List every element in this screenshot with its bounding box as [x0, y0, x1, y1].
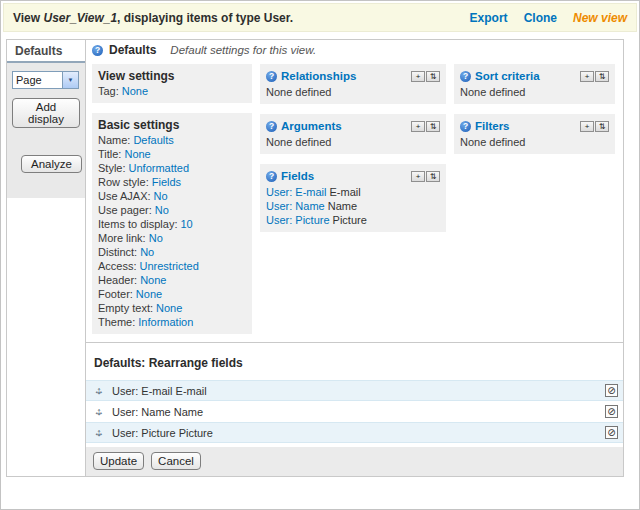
rearrange-filters-button[interactable]: ⇅	[595, 121, 609, 132]
add-argument-button[interactable]: +	[411, 121, 425, 132]
relationships-header: ? Relationships + ⇅	[266, 69, 440, 84]
page-title-prefix: View	[13, 11, 43, 25]
view-settings-box: View settings Tag:None	[92, 64, 252, 103]
setting-value-link[interactable]: Unformatted	[129, 162, 190, 174]
field-link[interactable]: User: Picture	[266, 214, 330, 226]
setting-value-link[interactable]: Information	[138, 316, 193, 328]
relationships-box: ? Relationships + ⇅ None defined	[260, 64, 446, 104]
field-suffix: E-mail	[330, 186, 361, 198]
column-middle: ? Relationships + ⇅ None defined ?	[260, 64, 446, 334]
rearrange-row: ↕↔ User: Picture Picture ⊘	[86, 422, 623, 443]
remove-field-button[interactable]: ⊘	[605, 384, 618, 397]
rearrange-relationships-button[interactable]: ⇅	[426, 71, 440, 82]
add-sort-button[interactable]: +	[580, 71, 594, 82]
setting-label: More link:	[98, 232, 146, 244]
setting-label: Header:	[98, 274, 137, 286]
help-icon[interactable]: ?	[266, 71, 277, 82]
drag-handle[interactable]: ↕↔	[86, 426, 112, 439]
field-item: User: NameName	[266, 199, 440, 213]
help-icon[interactable]: ?	[266, 171, 277, 182]
rearrange-fields-button[interactable]: ⇅	[426, 171, 440, 182]
relationships-title-link[interactable]: Relationships	[281, 69, 356, 84]
setting-row: Empty text:None	[98, 301, 246, 315]
field-link[interactable]: User: Name	[266, 200, 325, 212]
new-view-link[interactable]: New view	[573, 11, 627, 25]
display-description: Default settings for this view.	[170, 44, 316, 56]
help-icon[interactable]: ?	[460, 71, 471, 82]
rearrange-arguments-button[interactable]: ⇅	[426, 121, 440, 132]
display-type-select[interactable]: Page ▼	[12, 71, 79, 89]
drag-handle[interactable]: ↕↔	[86, 384, 112, 397]
cancel-button[interactable]: Cancel	[151, 452, 201, 470]
setting-value-link[interactable]: None	[156, 302, 182, 314]
filters-title-link[interactable]: Filters	[475, 119, 510, 134]
setting-row: Header:None	[98, 273, 246, 287]
setting-value-link[interactable]: No	[154, 190, 168, 202]
view-name: User_View_1	[43, 11, 117, 25]
tab-defaults[interactable]: Defaults	[7, 40, 85, 63]
setting-value-link[interactable]: None	[140, 274, 166, 286]
setting-row: Distinct:No	[98, 245, 246, 259]
drag-horizontal-icon: ↔	[86, 426, 112, 439]
field-suffix: Name	[328, 200, 357, 212]
field-item: User: PicturePicture	[266, 213, 440, 227]
remove-field-button[interactable]: ⊘	[605, 426, 618, 439]
setting-value-link[interactable]: 10	[180, 218, 192, 230]
fields-title-link[interactable]: Fields	[281, 169, 314, 184]
fields-header: ? Fields + ⇅	[266, 169, 440, 184]
setting-value-link[interactable]: Defaults	[133, 134, 173, 146]
setting-value-link[interactable]: None	[124, 148, 150, 160]
rearrange-actions: Update Cancel	[86, 447, 623, 476]
export-link[interactable]: Export	[470, 11, 508, 25]
rearrange-row: ↕↔ User: Name Name ⊘	[86, 401, 623, 422]
relationships-empty-text: None defined	[266, 85, 440, 99]
help-icon[interactable]: ?	[92, 45, 103, 56]
rearrange-title: Defaults: Rearrange fields	[86, 343, 623, 380]
sort-criteria-buttons: + ⇅	[580, 71, 609, 82]
rearrange-row-label: User: Name Name	[112, 406, 203, 418]
add-field-button[interactable]: +	[411, 171, 425, 182]
setting-label: Empty text:	[98, 302, 153, 314]
setting-row: Row style:Fields	[98, 175, 246, 189]
drag-horizontal-icon: ↔	[86, 405, 112, 418]
update-button[interactable]: Update	[93, 452, 144, 470]
arguments-title-link[interactable]: Arguments	[281, 119, 342, 134]
arguments-header: ? Arguments + ⇅	[266, 119, 440, 134]
setting-value-link[interactable]: Unrestricted	[140, 260, 199, 272]
sort-criteria-title-link[interactable]: Sort criteria	[475, 69, 540, 84]
arguments-box: ? Arguments + ⇅ None defined	[260, 114, 446, 154]
setting-row: Name:Defaults	[98, 133, 246, 147]
basic-settings-box: Basic settings Name:Defaults Title:None …	[92, 113, 252, 334]
help-icon[interactable]: ?	[460, 121, 471, 132]
sort-criteria-header: ? Sort criteria + ⇅	[460, 69, 609, 84]
basic-settings-title: Basic settings	[98, 118, 246, 133]
analyze-button[interactable]: Analyze	[21, 155, 82, 173]
page-title: View User_View_1, displaying items of ty…	[13, 11, 293, 25]
rearrange-sorts-button[interactable]: ⇅	[595, 71, 609, 82]
setting-value-link[interactable]: No	[155, 204, 169, 216]
rearrange-row-label: User: Picture Picture	[112, 427, 213, 439]
sidebar-controls: Page ▼ Add display Analyze	[7, 63, 85, 198]
setting-value-link[interactable]: Fields	[152, 176, 181, 188]
field-item: User: E-mailE-mail	[266, 185, 440, 199]
add-relationship-button[interactable]: +	[411, 71, 425, 82]
fields-buttons: + ⇅	[411, 171, 440, 182]
setting-value-link[interactable]: No	[149, 232, 163, 244]
setting-label: Distinct:	[98, 246, 137, 258]
column-basic: View settings Tag:None Basic settings Na…	[92, 64, 252, 334]
rearrange-row-label: User: E-mail E-mail	[112, 385, 207, 397]
help-icon[interactable]: ?	[266, 121, 277, 132]
remove-field-button[interactable]: ⊘	[605, 405, 618, 418]
clone-link[interactable]: Clone	[524, 11, 557, 25]
add-filter-button[interactable]: +	[580, 121, 594, 132]
field-link[interactable]: User: E-mail	[266, 186, 327, 198]
filters-buttons: + ⇅	[580, 121, 609, 132]
drag-handle[interactable]: ↕↔	[86, 405, 112, 418]
setting-value-link[interactable]: None	[136, 288, 162, 300]
display-type-select-value: Page	[13, 72, 62, 88]
setting-row: Use AJAX:No	[98, 189, 246, 203]
add-display-button[interactable]: Add display	[12, 98, 80, 128]
setting-value-link[interactable]: None	[122, 85, 148, 97]
settings-columns: View settings Tag:None Basic settings Na…	[92, 64, 615, 334]
setting-value-link[interactable]: No	[140, 246, 154, 258]
